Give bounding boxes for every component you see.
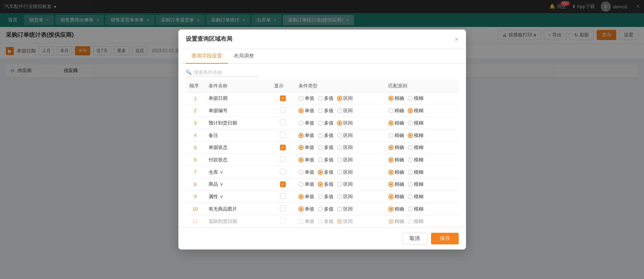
match-radio-精确[interactable]: 精确	[388, 218, 404, 225]
table-row-match: 精确模糊	[385, 166, 458, 178]
match-radio-模糊[interactable]: 模糊	[408, 144, 423, 151]
type-radio-单值[interactable]: 单值	[299, 157, 314, 163]
type-radio-多值[interactable]: 多值	[318, 169, 333, 176]
match-radio-精确[interactable]: 精确	[388, 107, 404, 114]
match-radio-模糊[interactable]: 模糊	[408, 120, 423, 126]
table-row-display[interactable]	[270, 117, 295, 129]
match-radio-精确[interactable]: 精确	[388, 193, 404, 200]
radio-circle	[318, 145, 323, 150]
table-row-display[interactable]	[270, 93, 295, 105]
match-radio-模糊[interactable]: 模糊	[408, 218, 423, 225]
modal-close-button[interactable]: ×	[455, 36, 459, 43]
match-radio-模糊[interactable]: 模糊	[408, 132, 423, 139]
table-row-display[interactable]	[270, 166, 295, 178]
type-radio-多值[interactable]: 多值	[318, 181, 333, 188]
match-radio-精确[interactable]: 精确	[388, 157, 404, 163]
match-radio-精确[interactable]: 精确	[388, 95, 404, 102]
modal-tab-query-fields[interactable]: 查询字段设置	[186, 49, 228, 64]
table-row-display[interactable]	[270, 142, 295, 154]
match-radio-精确[interactable]: 精确	[388, 120, 404, 126]
type-radio-多值[interactable]: 多值	[318, 132, 333, 139]
radio-circle	[318, 182, 323, 187]
display-checkbox[interactable]	[280, 119, 286, 125]
type-radio-单值[interactable]: 单值	[299, 144, 314, 151]
display-checkbox[interactable]	[280, 169, 286, 174]
display-checkbox[interactable]	[280, 218, 286, 224]
table-row-display[interactable]	[270, 215, 295, 228]
display-checkbox[interactable]	[280, 145, 286, 150]
type-radio-多值[interactable]: 多值	[318, 157, 333, 163]
match-radio-精确[interactable]: 精确	[388, 206, 404, 212]
type-radio-单值[interactable]: 单值	[299, 206, 314, 212]
search-input[interactable]	[194, 70, 252, 75]
type-radio-单值[interactable]: 单值	[299, 181, 314, 188]
display-checkbox[interactable]	[280, 107, 286, 113]
table-row-order: 5	[186, 142, 205, 154]
table-row-display[interactable]	[270, 154, 295, 166]
match-radio-精确[interactable]: 精确	[388, 144, 404, 151]
display-checkbox[interactable]	[280, 156, 286, 162]
type-radio-区间[interactable]: 区间	[337, 120, 353, 126]
type-radio-区间[interactable]: 区间	[337, 193, 353, 200]
match-radio-精确[interactable]: 精确	[388, 181, 404, 188]
table-row-display[interactable]	[270, 129, 295, 142]
table-row-display[interactable]	[270, 105, 295, 117]
type-radio-多值[interactable]: 多值	[318, 193, 333, 200]
match-radio-模糊[interactable]: 模糊	[408, 169, 423, 176]
type-radio-多值[interactable]: 多值	[318, 120, 333, 126]
table-row-type: 单值多值区间	[295, 93, 385, 105]
match-radio-模糊[interactable]: 模糊	[408, 95, 423, 102]
match-radio-模糊[interactable]: 模糊	[408, 157, 423, 163]
type-radio-区间[interactable]: 区间	[337, 157, 353, 163]
type-radio-区间[interactable]: 区间	[337, 169, 353, 176]
type-radio-单值[interactable]: 单值	[299, 132, 314, 139]
save-button[interactable]: 保存	[431, 233, 459, 244]
table-row-type: 单值多值区间	[295, 142, 385, 154]
type-radio-多值[interactable]: 多值	[318, 144, 333, 151]
type-radio-区间[interactable]: 区间	[337, 132, 353, 139]
table-row-display[interactable]	[270, 190, 295, 203]
radio-circle	[318, 96, 323, 101]
display-checkbox[interactable]	[280, 205, 286, 211]
radio-circle	[388, 96, 394, 101]
type-radio-多值[interactable]: 多值	[318, 107, 333, 114]
display-checkbox[interactable]	[280, 95, 286, 101]
match-radio-模糊[interactable]: 模糊	[408, 193, 423, 200]
display-checkbox[interactable]	[280, 132, 286, 138]
radio-circle	[408, 145, 413, 150]
type-radio-多值[interactable]: 多值	[318, 218, 333, 225]
match-radio-模糊[interactable]: 模糊	[408, 107, 423, 114]
type-radio-单值[interactable]: 单值	[299, 193, 314, 200]
match-radio-模糊[interactable]: 模糊	[408, 206, 423, 212]
type-radio-多值[interactable]: 多值	[318, 95, 333, 102]
match-radio-精确[interactable]: 精确	[388, 132, 404, 139]
match-radio-模糊[interactable]: 模糊	[408, 181, 423, 188]
type-radio-单值[interactable]: 单值	[299, 107, 314, 114]
type-radio-区间[interactable]: 区间	[337, 95, 353, 102]
table-row-type: 单值多值区间	[295, 117, 385, 129]
cancel-button[interactable]: 取消	[402, 233, 427, 244]
radio-circle	[388, 133, 394, 138]
type-radio-单值[interactable]: 单值	[299, 120, 314, 126]
type-radio-区间[interactable]: 区间	[337, 218, 353, 225]
type-radio-区间[interactable]: 区间	[337, 144, 353, 151]
table-row-type: 单值多值区间	[295, 154, 385, 166]
match-radio-精确[interactable]: 精确	[388, 169, 404, 176]
type-radio-区间[interactable]: 区间	[337, 107, 353, 114]
type-radio-区间[interactable]: 区间	[337, 181, 353, 188]
type-radio-单值[interactable]: 单值	[299, 95, 314, 102]
table-row-display[interactable]	[270, 178, 295, 190]
search-input-wrap: 🔍	[186, 68, 258, 77]
display-checkbox[interactable]	[280, 181, 286, 187]
display-checkbox[interactable]	[280, 193, 286, 199]
type-radio-单值[interactable]: 单值	[299, 169, 314, 176]
table-row-match: 精确模糊	[385, 117, 458, 129]
modal-tab-layout[interactable]: 布局调整	[228, 49, 260, 64]
type-radio-单值[interactable]: 单值	[299, 218, 314, 225]
type-radio-区间[interactable]: 区间	[337, 206, 353, 212]
table-row-type: 单值多值区间	[295, 129, 385, 142]
table-row-display[interactable]	[270, 203, 295, 215]
radio-circle	[337, 207, 342, 212]
type-radio-多值[interactable]: 多值	[318, 206, 333, 212]
table-row-name: 单据状态	[205, 142, 270, 154]
